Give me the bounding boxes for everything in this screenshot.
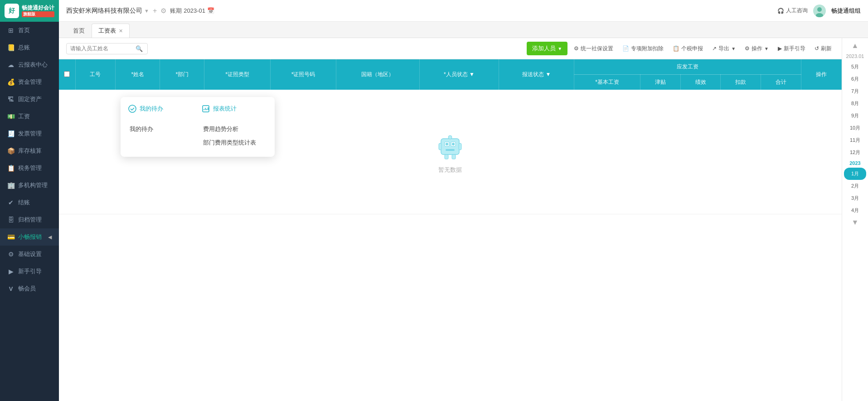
sidebar-item-fund[interactable]: 💰 资金管理: [0, 73, 59, 91]
cloud-icon: ☁: [7, 61, 15, 68]
dropdown-arrow-icon: ▼: [558, 46, 562, 51]
main-area: 西安虾米网络科技有限公司 ▼ + ⚙ 账期 2023-01 📅 🎧 人工咨询 畅…: [59, 0, 868, 401]
svg-rect-3: [441, 139, 459, 155]
chevron-down-icon[interactable]: ▼: [144, 8, 149, 14]
timeline-month-2[interactable]: 2月: [842, 180, 868, 192]
sidebar-item-salary[interactable]: 💵 工资: [0, 108, 59, 125]
tab-home[interactable]: 首页: [66, 24, 92, 38]
support-button[interactable]: 🎧 人工咨询: [777, 7, 808, 14]
company-name[interactable]: 西安虾米网络科技有限公司 ▼: [66, 7, 149, 15]
svg-rect-12: [452, 155, 456, 159]
collapse-icon: ◀: [48, 234, 52, 240]
sidebar-item-tax[interactable]: 📋 税务管理: [0, 159, 59, 177]
sidebar-item-expense[interactable]: 💳 小畅报销 ◀: [0, 228, 59, 246]
new-guide-button[interactable]: ▶ 新手引导: [775, 43, 808, 54]
expense-icon: 💳: [7, 233, 15, 241]
timeline-month-3[interactable]: 3月: [842, 192, 868, 204]
sidebar-item-new-guide[interactable]: ▶ 新手引导: [0, 263, 59, 280]
sidebar-item-invoice[interactable]: 🧾 发票管理: [0, 125, 59, 142]
sidebar-item-inventory[interactable]: 📦 库存核算: [0, 142, 59, 159]
topbar-settings-icon[interactable]: ⚙: [160, 7, 166, 15]
refresh-icon: ↺: [815, 45, 819, 52]
social-security-button[interactable]: ⚙ 统一社保设置: [571, 43, 616, 54]
month-label: 7月: [851, 88, 859, 94]
salary-area: 🔍 添加人员 ▼ ⚙ 统一社保设置 📄 专项附加扣除: [59, 38, 842, 401]
timeline-month-1[interactable]: 1月: [844, 168, 866, 180]
social-security-icon: ⚙: [574, 45, 579, 52]
period-selector[interactable]: 账期 2023-01 📅: [170, 7, 214, 15]
user-avatar[interactable]: [813, 5, 826, 17]
todo-header-icon: [128, 104, 137, 113]
guide-icon: ▶: [778, 45, 782, 52]
period-label: 账期: [170, 7, 182, 15]
dropdown-item-my-todo[interactable]: 我的待办: [128, 122, 194, 136]
col-dept: *部门: [160, 59, 204, 90]
timeline-month-4[interactable]: 4月: [842, 204, 868, 217]
refresh-button[interactable]: ↺ 刷新: [812, 43, 834, 54]
reports-header-label: 报表统计: [213, 105, 237, 113]
timeline-month-11[interactable]: 11月: [842, 134, 868, 146]
sidebar-item-ledger[interactable]: 📒 总账: [0, 39, 59, 56]
sidebar-item-label: 首页: [18, 26, 30, 34]
search-input[interactable]: [70, 45, 134, 52]
special-deduction-button[interactable]: 📄 专项附加扣除: [620, 43, 666, 54]
tab-salary-table[interactable]: 工资表 ✕: [92, 24, 130, 38]
search-icon[interactable]: 🔍: [136, 45, 143, 52]
deduction-label: 专项附加扣除: [631, 45, 664, 53]
member-icon: V: [7, 285, 15, 292]
export-button[interactable]: ↗ 导出 ▼: [709, 43, 738, 54]
month-label: 11月: [850, 137, 860, 143]
col-person-status[interactable]: *人员状态 ▼: [419, 59, 499, 90]
sidebar-item-label: 库存核算: [18, 147, 42, 155]
topbar: 西安虾米网络科技有限公司 ▼ + ⚙ 账期 2023-01 📅 🎧 人工咨询 畅…: [59, 0, 868, 22]
timeline-month-5[interactable]: 5月: [842, 61, 868, 73]
tab-close-button[interactable]: ✕: [119, 28, 123, 34]
personal-tax-button[interactable]: 📋 个税申报: [670, 43, 706, 54]
timeline-up-button[interactable]: ▲: [850, 40, 861, 52]
col-report-status[interactable]: 报送状态 ▼: [499, 59, 574, 90]
operation-button[interactable]: ⚙ 操作 ▼: [742, 43, 771, 54]
month-label: 12月: [850, 150, 860, 155]
sidebar-item-settlement[interactable]: ✔ 结账: [0, 194, 59, 211]
sidebar-item-basic-settings[interactable]: ⚙ 基础设置: [0, 246, 59, 263]
timeline-month-10[interactable]: 10月: [842, 122, 868, 134]
col-name: *姓名: [116, 59, 160, 90]
add-person-label: 添加人员: [532, 44, 556, 53]
col-group-salary: 应发工资: [574, 59, 801, 75]
sidebar-item-member[interactable]: V 畅会员: [0, 280, 59, 297]
col-deduction: 扣款: [721, 75, 761, 90]
sidebar-item-cloud-report[interactable]: ☁ 云报表中心: [0, 56, 59, 73]
topbar-plus-icon[interactable]: +: [153, 7, 157, 15]
timeline-month-9[interactable]: 9月: [842, 110, 868, 122]
sidebar-item-multi-org[interactable]: 🏢 多机构管理: [0, 177, 59, 194]
inventory-icon: 📦: [7, 147, 15, 155]
dropdown-col-reports: 报表统计 费用趋势分析 部门费用类型统计表: [201, 104, 267, 150]
svg-point-7: [452, 143, 455, 145]
select-all-checkbox[interactable]: [64, 71, 70, 77]
report-header-icon: [201, 104, 210, 113]
sidebar-item-label: 发票管理: [18, 130, 42, 138]
svg-rect-11: [445, 155, 448, 159]
timeline-month-8[interactable]: 8月: [842, 97, 868, 110]
add-person-button[interactable]: 添加人员 ▼: [527, 42, 567, 55]
period-value: 2023-01: [184, 7, 205, 14]
timeline-month-7[interactable]: 7月: [842, 85, 868, 97]
search-wrap[interactable]: 🔍: [66, 43, 148, 54]
logo-sub-text: 旗舰版: [22, 11, 54, 17]
calendar-icon[interactable]: 📅: [207, 7, 214, 14]
tab-label: 首页: [73, 27, 85, 35]
timeline-month-12[interactable]: 12月: [842, 146, 868, 159]
sidebar-item-fixed-assets[interactable]: 🏗 固定资产: [0, 91, 59, 108]
timeline-down-button[interactable]: ▼: [850, 217, 861, 228]
operation-icon: ⚙: [745, 45, 750, 52]
sidebar-item-archive[interactable]: 🗄 归档管理: [0, 211, 59, 228]
sidebar-item-label: 税务管理: [18, 164, 42, 172]
expense-dropdown-menu: 我的待办 我的待办 报表统计 费用趋势分析 部门费用类型统计表: [121, 97, 275, 157]
svg-rect-13: [448, 135, 452, 139]
settings-icon: ⚙: [7, 251, 15, 258]
sidebar-item-home[interactable]: ⊞ 首页: [0, 22, 59, 39]
dropdown-item-dept-expense[interactable]: 部门费用类型统计表: [201, 136, 267, 150]
logo-main-text: 畅捷通好会计: [22, 5, 54, 11]
timeline-month-6[interactable]: 6月: [842, 73, 868, 85]
dropdown-item-expense-trend[interactable]: 费用趋势分析: [201, 122, 267, 136]
